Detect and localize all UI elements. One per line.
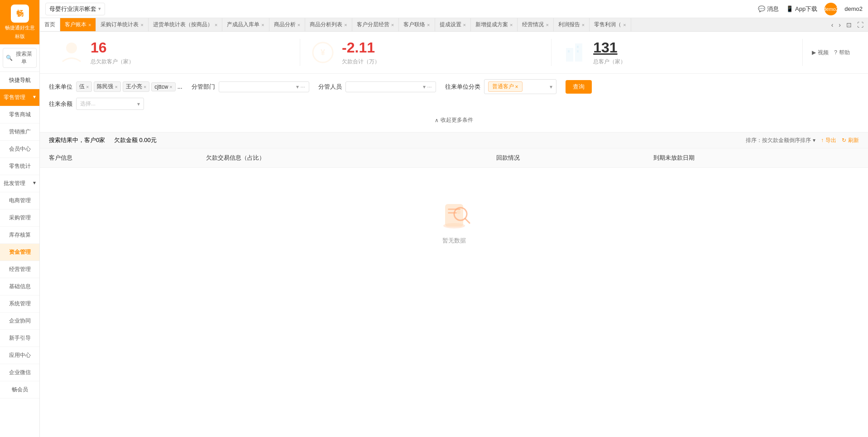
- svg-rect-3: [566, 48, 573, 62]
- dept-more-icon: ···: [301, 84, 305, 90]
- sidebar-logo[interactable]: 畅 畅捷通好生意 标版: [0, 0, 39, 44]
- tab-close-goods-list[interactable]: ×: [344, 22, 347, 28]
- tab-inventory[interactable]: 进货单统计表（按商品） ×: [149, 18, 222, 31]
- sidebar-item-purchase[interactable]: 采购管理: [0, 209, 39, 227]
- tab-profit[interactable]: 利润报告 ×: [554, 18, 590, 31]
- tab-close-retail-profit[interactable]: ×: [623, 22, 626, 28]
- tab-purchase[interactable]: 采购订单统计表 ×: [96, 18, 148, 31]
- dept-select-arrow: ▾: [296, 84, 299, 90]
- sidebar-item-wechat[interactable]: 企业微信: [0, 364, 39, 381]
- sidebar-item-wholesale[interactable]: 批发管理 ▾: [0, 175, 39, 192]
- tab-close-customer-contact[interactable]: ×: [427, 22, 430, 28]
- sidebar-item-basic-info[interactable]: 基础信息: [0, 278, 39, 295]
- svg-line-13: [465, 218, 470, 223]
- filter-tags-container: 伍 × 陈民强 × 王小亮 × cjttcw × ...: [76, 81, 182, 92]
- tab-close-inventory[interactable]: ×: [215, 22, 217, 28]
- tab-production[interactable]: 产成品入库单 ×: [222, 18, 269, 31]
- tab-operation[interactable]: 经营情况 ×: [518, 18, 553, 31]
- sidebar-item-retail[interactable]: 零售管理 ▾: [0, 89, 39, 106]
- category-tag-close[interactable]: ×: [515, 84, 518, 90]
- tab-retail-profit[interactable]: 零售利润（ ×: [590, 18, 631, 31]
- filter-tag-wu-close[interactable]: ×: [86, 84, 89, 90]
- amount-icon: ¥: [309, 39, 336, 66]
- person-select[interactable]: ▾ ···: [345, 81, 436, 92]
- filter-tag-cjttcw: cjttcw ×: [151, 82, 175, 91]
- svg-rect-10: [448, 209, 460, 210]
- total-customers-label: 总客户（家）: [593, 58, 626, 66]
- tab-commission-add[interactable]: 新增提成方案 ×: [471, 18, 518, 31]
- sidebar-item-system[interactable]: 系统管理: [0, 295, 39, 313]
- filter-tag-chen-close[interactable]: ×: [115, 84, 117, 90]
- sidebar-item-operation[interactable]: 经营管理: [0, 261, 39, 278]
- col-repayment: 回款情况: [487, 148, 644, 168]
- tab-home[interactable]: 首页: [40, 18, 60, 31]
- tab-close-operation[interactable]: ×: [546, 22, 548, 28]
- category-select[interactable]: 普通客户 × ▾: [484, 79, 556, 94]
- sidebar-item-quick-nav[interactable]: 快捷导航: [0, 72, 39, 89]
- sidebar-item-ecommerce[interactable]: 电商管理: [0, 192, 39, 209]
- tab-customer-contact[interactable]: 客户联络 ×: [399, 18, 435, 31]
- refresh-icon: ↻: [842, 137, 846, 143]
- app-icon: 📱: [786, 5, 793, 12]
- sidebar-item-member[interactable]: 会员中心: [0, 141, 39, 158]
- tab-goods-list[interactable]: 商品分析列表 ×: [305, 18, 352, 31]
- sort-select[interactable]: 排序：按欠款金额倒序排序 ▾: [746, 137, 815, 144]
- tab-close-customer-tier[interactable]: ×: [391, 22, 394, 28]
- tab-customer-tier[interactable]: 客户分层经营 ×: [352, 18, 399, 31]
- export-button[interactable]: ↑ 导出: [821, 137, 836, 144]
- logo-icon: 畅: [11, 5, 29, 23]
- app-download-button[interactable]: 📱 App下载: [786, 5, 817, 13]
- tab-close-profit[interactable]: ×: [582, 22, 585, 28]
- dept-select[interactable]: ▾ ···: [219, 81, 309, 92]
- topbar-right: 💬 消息 📱 App下载 demo2 demo2: [758, 3, 863, 15]
- more-tags-button[interactable]: ...: [177, 83, 182, 90]
- col-due-date: 到期未放款日期: [644, 148, 868, 168]
- tab-close-purchase[interactable]: ×: [140, 22, 143, 28]
- filter-tag-wu: 伍 ×: [76, 81, 92, 92]
- balance-select[interactable]: 选择... ▾: [76, 98, 144, 110]
- search-menu-button[interactable]: 🔍 搜索菜单: [3, 48, 37, 68]
- sidebar-item-guide[interactable]: 新手引导: [0, 330, 39, 347]
- person-filter-label: 分管人员: [318, 83, 342, 91]
- tab-close-production[interactable]: ×: [261, 22, 264, 28]
- data-table: 客户信息 欠款交易信息（占比） 回款情况 到期未放款日期: [40, 148, 868, 272]
- filter-tag-wang-close[interactable]: ×: [144, 84, 146, 90]
- results-actions: 排序：按欠款金额倒序排序 ▾ ↑ 导出 ↻ 刷新: [746, 137, 859, 144]
- tab-close-goods[interactable]: ×: [297, 22, 300, 28]
- overdue-amount-info: -2.11 欠款合计（万）: [342, 39, 380, 66]
- messages-button[interactable]: 💬 消息: [758, 5, 779, 13]
- filter-tag-cjttcw-close[interactable]: ×: [169, 84, 172, 90]
- sidebar-item-marketing[interactable]: 营销推广: [0, 124, 39, 141]
- tab-close-commission[interactable]: ×: [463, 22, 466, 28]
- tab-fullscreen-button[interactable]: ⛶: [855, 20, 865, 29]
- tab-accounts[interactable]: 客户账本 ×: [60, 18, 96, 31]
- tab-commission[interactable]: 提成设置 ×: [435, 18, 471, 31]
- tab-goods[interactable]: 商品分析 ×: [269, 18, 305, 31]
- sidebar-item-inventory[interactable]: 库存核算: [0, 227, 39, 244]
- tab-prev-button[interactable]: ‹: [830, 20, 835, 29]
- sidebar-item-finance[interactable]: 资金管理: [0, 244, 39, 261]
- query-button[interactable]: 查询: [566, 80, 592, 94]
- sidebar-item-app-center[interactable]: 应用中心: [0, 347, 39, 364]
- sidebar-item-enterprise[interactable]: 企业协同: [0, 313, 39, 330]
- tab-close-commission-add[interactable]: ×: [510, 22, 513, 28]
- sidebar-item-vip[interactable]: 畅会员: [0, 381, 39, 399]
- message-icon: 💬: [758, 5, 765, 12]
- col-overdue-info: 欠款交易信息（占比）: [197, 148, 487, 168]
- user-avatar[interactable]: demo2: [825, 3, 837, 15]
- account-selector[interactable]: 母婴行业演示帐套 ▾: [45, 3, 105, 15]
- tab-close-accounts[interactable]: ×: [88, 22, 91, 28]
- collapse-button[interactable]: ∧ 收起更多条件: [49, 114, 859, 127]
- tab-expand-button[interactable]: ⊡: [844, 20, 854, 29]
- video-icon: ▶: [812, 49, 816, 56]
- help-link[interactable]: ? 帮助: [834, 49, 850, 57]
- overdue-amount-label: 欠款合计（万）: [342, 58, 380, 66]
- refresh-button[interactable]: ↻ 刷新: [842, 137, 859, 144]
- dept-filter-label: 分管部门: [192, 83, 215, 91]
- video-link[interactable]: ▶ 视频: [812, 49, 829, 57]
- tab-next-button[interactable]: ›: [837, 20, 843, 29]
- filter-row-1: 往来单位 伍 × 陈民强 × 王小亮 × cjttcw: [49, 79, 859, 94]
- sidebar-item-retail-stats[interactable]: 零售统计: [0, 158, 39, 175]
- stats-actions: ▶ 视频 ? 帮助: [803, 49, 859, 57]
- sidebar-item-retail-mall[interactable]: 零售商城: [0, 106, 39, 124]
